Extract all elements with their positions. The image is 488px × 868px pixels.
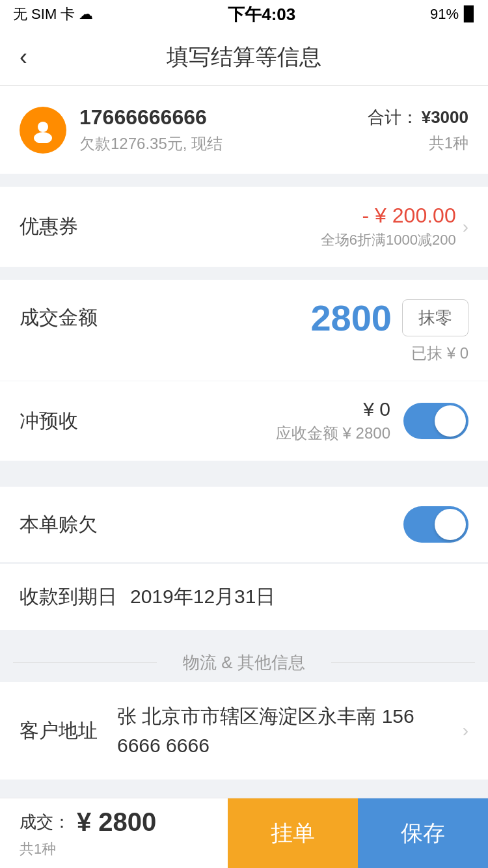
logistics-label: 物流 & 其他信息 xyxy=(183,651,305,674)
battery-label: 91% xyxy=(430,6,459,23)
amount-label: 成交金额 xyxy=(20,305,98,331)
coupon-info: - ¥ 200.00 全场6折满1000减200 xyxy=(321,204,456,250)
duedate-label: 收款到期日 xyxy=(20,584,117,610)
bottom-count: 共1种 xyxy=(20,839,208,859)
duedate-section: 收款到期日 2019年12月31日 xyxy=(0,563,488,630)
prepay-row: 冲预收 ¥ 0 应收金额 ¥ 2800 xyxy=(0,381,488,461)
round-zero-button[interactable]: 抹零 xyxy=(402,299,468,336)
credit-toggle-knob xyxy=(435,509,466,540)
coupon-desc: 全场6折满1000减200 xyxy=(321,230,456,250)
divider-1 xyxy=(0,267,488,280)
header: ‹ 填写结算等信息 xyxy=(0,29,488,86)
duedate-value: 2019年12月31日 xyxy=(130,584,275,610)
customer-right: 合计： ¥3000 共1种 xyxy=(368,106,468,154)
avatar xyxy=(20,107,66,154)
coupon-label: 优惠券 xyxy=(20,213,78,240)
logistics-divider: 物流 & 其他信息 xyxy=(0,643,488,682)
save-button[interactable]: 保存 xyxy=(358,798,488,869)
coupon-discount: - ¥ 200.00 xyxy=(321,204,456,228)
chevron-right-icon: › xyxy=(463,217,468,237)
address-value: 张 北京市市辖区海淀区永丰南 156 6666 6666 xyxy=(117,701,463,760)
toggle-knob xyxy=(435,405,466,437)
address-section[interactable]: 客户地址 张 北京市市辖区海淀区永丰南 156 6666 6666 › xyxy=(0,682,488,780)
bottom-total-label: 成交： xyxy=(20,811,70,834)
prepay-info: ¥ 0 应收金额 ¥ 2800 xyxy=(276,398,390,444)
customer-info: 17666666666 欠款1276.35元, 现结 xyxy=(79,105,223,154)
total-label: 合计： xyxy=(368,107,418,127)
amount-right: 2800 抹零 xyxy=(310,299,468,336)
amount-section: 成交金额 2800 抹零 已抹 ¥ 0 冲预收 ¥ 0 应收金额 ¥ 2800 xyxy=(0,280,488,461)
bottom-summary: 成交： ¥ 2800 共1种 xyxy=(0,807,228,859)
bottom-bar: 成交： ¥ 2800 共1种 挂单 保存 xyxy=(0,798,488,868)
total-value: ¥3000 xyxy=(422,107,468,127)
battery-icon: ▉ xyxy=(464,6,475,23)
amount-row: 成交金额 2800 抹零 xyxy=(0,280,488,343)
bottom-total-row: 成交： ¥ 2800 xyxy=(20,807,208,837)
customer-card: 17666666666 欠款1276.35元, 现结 合计： ¥3000 共1种 xyxy=(0,86,488,174)
amount-sub: 已抹 ¥ 0 xyxy=(0,343,488,381)
prepay-toggle[interactable] xyxy=(403,403,468,439)
prepay-sub: 应收金额 ¥ 2800 xyxy=(276,423,390,444)
page-title: 填写结算等信息 xyxy=(167,42,321,72)
customer-debt: 欠款1276.35元, 现结 xyxy=(79,133,223,154)
customer-left: 17666666666 欠款1276.35元, 现结 xyxy=(20,105,223,154)
content: 17666666666 欠款1276.35元, 现结 合计： ¥3000 共1种… xyxy=(0,86,488,868)
status-left: 无 SIM 卡 ☁ xyxy=(13,5,93,24)
logistics-line-left xyxy=(13,662,157,663)
status-time: 下午4:03 xyxy=(228,3,295,26)
suspend-button[interactable]: 挂单 xyxy=(228,798,358,869)
prepay-label: 冲预收 xyxy=(20,408,78,435)
credit-section: 本单赊欠 xyxy=(0,487,488,562)
bottom-total-value: ¥ 2800 xyxy=(77,807,156,837)
address-chevron-icon: › xyxy=(463,720,468,741)
total-count: 共1种 xyxy=(368,133,468,154)
divider-2 xyxy=(0,461,488,474)
status-bar: 无 SIM 卡 ☁ 下午4:03 91% ▉ xyxy=(0,0,488,29)
status-right: 91% ▉ xyxy=(430,6,475,23)
customer-phone: 17666666666 xyxy=(79,105,223,129)
prepay-amount: ¥ 0 xyxy=(276,398,390,420)
coupon-right: - ¥ 200.00 全场6折满1000减200 › xyxy=(321,204,468,250)
total-row: 合计： ¥3000 xyxy=(368,106,468,129)
logistics-line-right xyxy=(331,662,475,663)
sim-label: 无 SIM 卡 ☁ xyxy=(13,5,93,24)
amount-value: 2800 xyxy=(310,300,392,336)
svg-point-1 xyxy=(34,132,52,143)
back-button[interactable]: ‹ xyxy=(20,44,27,71)
credit-label: 本单赊欠 xyxy=(20,511,98,538)
coupon-row[interactable]: 优惠券 - ¥ 200.00 全场6折满1000减200 › xyxy=(0,187,488,267)
prepay-right: ¥ 0 应收金额 ¥ 2800 xyxy=(276,398,468,444)
address-label: 客户地址 xyxy=(20,718,98,744)
svg-point-0 xyxy=(38,122,48,132)
credit-toggle[interactable] xyxy=(403,506,468,543)
